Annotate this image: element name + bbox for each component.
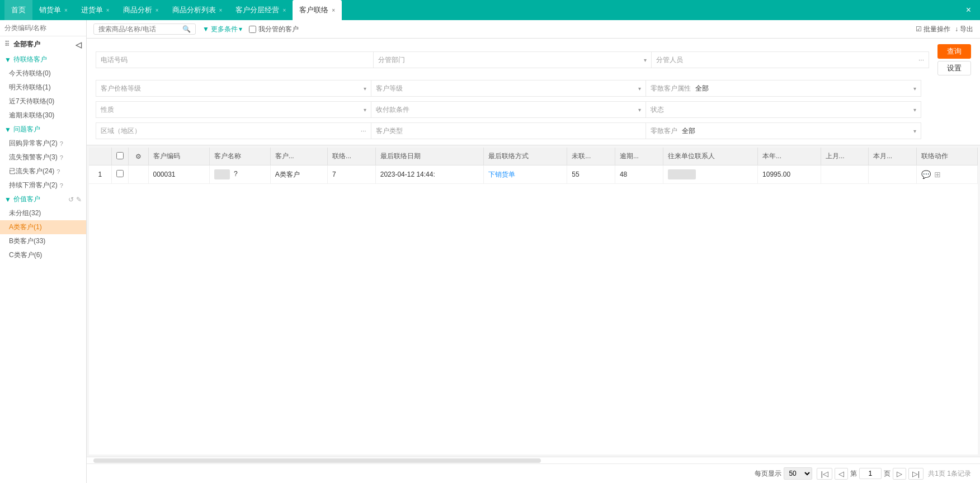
col-header-name[interactable]: 客户名称: [209, 148, 270, 165]
select-all-checkbox[interactable]: [116, 152, 124, 159]
sidebar-search-area: 🔍: [0, 20, 86, 36]
retail-attr-select[interactable]: 全部 ▾: [695, 84, 916, 93]
col-header-last-date[interactable]: 最后联络日期: [375, 148, 483, 165]
export-icon: ↓: [955, 25, 958, 33]
advanced-filters: 电话号码 分管部门 ▾ 分管人员 ··· 查询 设置: [87, 39, 980, 145]
sidebar-item-tomorrow-contact[interactable]: 明天待联络(1): [0, 80, 86, 94]
more-filters-btn[interactable]: ▼ 更多条件 ▾: [202, 25, 242, 34]
main-search-icon[interactable]: 🔍: [182, 25, 191, 33]
sidebar-item-churn-warning[interactable]: 流失预警客户(3) ?: [0, 150, 86, 164]
close-customer-contact-icon[interactable]: ×: [332, 7, 335, 13]
page-size-dropdown[interactable]: 50 100 200: [784, 467, 812, 480]
col-header-unit-contact[interactable]: 往来单位联系人: [663, 148, 758, 165]
cell-name: ?: [209, 165, 270, 184]
batch-op-btn[interactable]: ☑ 批量操作: [916, 25, 950, 34]
my-customers-checkbox[interactable]: [249, 26, 256, 33]
sidebar-group-pending-contact[interactable]: ▼ 待联络客户: [0, 53, 86, 67]
manager-dots-btn[interactable]: ···: [918, 56, 924, 64]
status-arrow-icon: ▾: [913, 107, 916, 113]
col-header-contact[interactable]: 联络...: [328, 148, 376, 165]
retail-select[interactable]: 全部 ▾: [682, 126, 916, 136]
sidebar-item-b-class[interactable]: B类客户(33): [0, 234, 86, 248]
sidebar-item-churned[interactable]: 已流失客户(24) ?: [0, 164, 86, 178]
nav-customer-contact[interactable]: 客户联络 ×: [293, 0, 342, 20]
price-level-label: 客户价格等级: [101, 84, 141, 93]
content-area: 🔍 ▼ 更多条件 ▾ 我分管的客户 ☑ 批量操作 ↓ 导出: [87, 20, 980, 483]
sidebar-item-ungrouped[interactable]: 未分组(32): [0, 206, 86, 220]
window-close-button[interactable]: ×: [962, 3, 976, 17]
col-header-check: [111, 148, 128, 165]
sidebar-group-problem-customers[interactable]: ▼ 问题客户: [0, 122, 86, 136]
help-icon-declining: ?: [60, 182, 63, 189]
page-number-input[interactable]: [859, 468, 882, 479]
sidebar-group-value-customers[interactable]: ▼ 价值客户 ↺ ✎: [0, 192, 86, 206]
edit-value-group-icon[interactable]: ✎: [76, 196, 82, 203]
qrcode-icon[interactable]: ⊞: [934, 170, 941, 179]
close-product-analysis-icon[interactable]: ×: [156, 7, 159, 13]
first-page-btn[interactable]: |◁: [817, 468, 832, 480]
export-btn[interactable]: ↓ 导出: [955, 25, 973, 34]
col-header-action[interactable]: 联络动作: [916, 148, 977, 165]
next-page-btn[interactable]: ▷: [893, 468, 906, 480]
table-footer: 每页显示 50 100 200 |◁ ◁ 第 页 ▷ ▷| 共1页 1条记录: [87, 463, 980, 483]
close-customer-tier-icon[interactable]: ×: [282, 7, 286, 13]
col-header-this-year[interactable]: 本年...: [758, 148, 821, 165]
customer-level-label: 客户等级: [376, 84, 403, 93]
filter-customer-level: 客户等级 ▾: [371, 80, 647, 97]
col-header-last-month[interactable]: 上月...: [821, 148, 869, 165]
col-header-overdue[interactable]: 逾期...: [615, 148, 663, 165]
prev-page-btn[interactable]: ◁: [835, 468, 848, 480]
unit-contact-placeholder: [668, 169, 696, 179]
payment-label: 收付款条件: [376, 105, 409, 115]
nav-product-analysis[interactable]: 商品分析 ×: [116, 0, 166, 20]
filter-toolbar: 🔍 ▼ 更多条件 ▾ 我分管的客户 ☑ 批量操作 ↓ 导出: [87, 20, 980, 39]
comment-icon[interactable]: 💬: [921, 170, 931, 179]
col-header-last-method[interactable]: 最后联络方式: [483, 148, 567, 165]
refresh-icon[interactable]: ↺: [68, 196, 74, 203]
price-level-select[interactable]: ▾: [145, 86, 366, 92]
query-button[interactable]: 查询: [937, 44, 971, 59]
sidebar-item-declining[interactable]: 持续下滑客户(2) ?: [0, 178, 86, 192]
setting-button[interactable]: 设置: [937, 61, 971, 75]
sidebar-item-overdue-contact[interactable]: 逾期未联络(30): [0, 108, 86, 122]
group-arrow-icon-2: ▼: [4, 126, 11, 134]
last-method-link[interactable]: 下销货单: [488, 171, 515, 178]
close-purchase-icon[interactable]: ×: [106, 7, 110, 13]
nav-product-analysis-list[interactable]: 商品分析列表 ×: [166, 0, 229, 20]
nav-sales[interactable]: 销货单 ×: [32, 0, 74, 20]
main-search-input[interactable]: [98, 25, 182, 33]
filter-row-3: 性质 ▾ 收付款条件 ▾ 状态: [96, 101, 971, 118]
sidebar-item-a-class[interactable]: A类客户(1): [0, 220, 86, 234]
status-select[interactable]: ▾: [668, 107, 916, 113]
dept-select[interactable]: ▾: [409, 57, 646, 63]
nature-select[interactable]: ▾: [119, 107, 366, 113]
close-sales-icon[interactable]: ×: [64, 7, 68, 13]
close-product-analysis-list-icon[interactable]: ×: [219, 7, 223, 13]
customer-level-select[interactable]: ▾: [407, 86, 642, 92]
sidebar-item-repurchase-abnormal[interactable]: 回购异常客户(2) ?: [0, 136, 86, 150]
col-header-type[interactable]: 客户...: [270, 148, 327, 165]
my-customers-checkbox-area: 我分管的客户: [249, 25, 299, 34]
filter-price-level: 客户价格等级 ▾: [96, 80, 371, 97]
filter-region: 区域（地区） ···: [96, 122, 371, 139]
col-header-gear[interactable]: ⚙: [128, 148, 148, 165]
nav-purchase[interactable]: 进货单 ×: [74, 0, 116, 20]
sidebar-item-week-contact[interactable]: 近7天待联络(0): [0, 94, 86, 108]
cell-action: 💬 ⊞: [916, 165, 977, 184]
customer-type-label: 客户类型: [376, 126, 403, 136]
sidebar-item-today-contact[interactable]: 今天待联络(0): [0, 67, 86, 80]
horizontal-scrollbar-thumb[interactable]: [93, 458, 541, 463]
phone-input[interactable]: [132, 56, 369, 64]
sidebar-collapse-icon[interactable]: ◁: [76, 40, 82, 49]
col-header-no-contact[interactable]: 未联...: [567, 148, 615, 165]
nav-home[interactable]: 首页: [4, 0, 32, 20]
nav-customer-tier[interactable]: 客户分层经营 ×: [229, 0, 293, 20]
last-page-btn[interactable]: ▷|: [908, 468, 924, 480]
row-checkbox[interactable]: [116, 170, 124, 177]
col-header-this-month[interactable]: 本月...: [869, 148, 917, 165]
sidebar-item-c-class[interactable]: C类客户(6): [0, 248, 86, 262]
payment-select[interactable]: ▾: [414, 107, 642, 113]
sidebar-search-input[interactable]: [4, 24, 87, 32]
region-dots-btn[interactable]: ···: [361, 127, 366, 135]
col-header-code[interactable]: 客户编码: [148, 148, 209, 165]
